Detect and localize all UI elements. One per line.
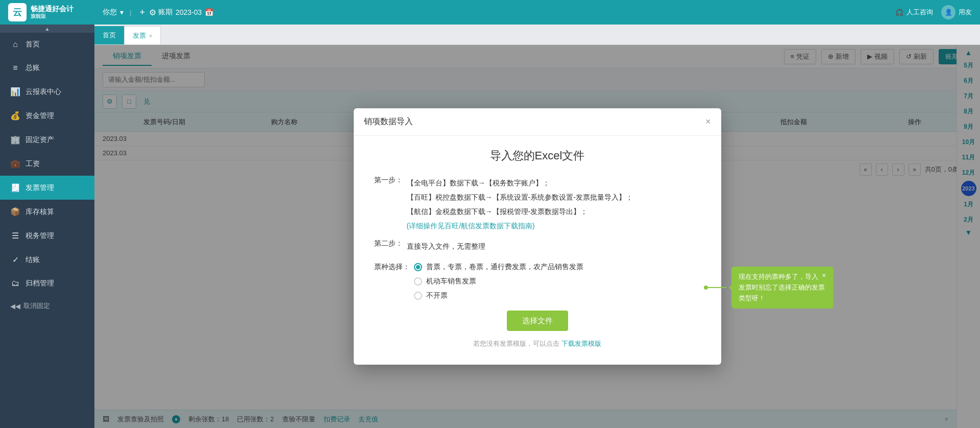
checkout-icon: ✓	[10, 255, 20, 265]
sidebar-label-checkout: 结账	[26, 255, 40, 265]
sidebar-label-ledger: 总账	[26, 63, 40, 73]
page-content: 销项发票 进项发票 ≡ 凭证 ⊕ 新增 ▶	[94, 45, 980, 428]
tab-home-label: 首页	[103, 31, 116, 40]
radio-general-label: 普票，专票，卷票，通行费发票，农产品销售发票	[426, 263, 583, 272]
user-avatar: 👤	[941, 5, 955, 19]
tooltip-balloon: × 现在支持的票种多了，导入发票时别忘了选择正确的发票类型呀！	[731, 267, 834, 308]
radio-noticket-label: 不开票	[426, 291, 448, 300]
sidebar-item-archive[interactable]: 🗂 归档管理	[0, 272, 94, 295]
ai-consult-button[interactable]: 🎧 人工咨询	[895, 8, 933, 17]
sidebar-item-salary[interactable]: 💼 工资	[0, 152, 94, 176]
sidebar-item-reports[interactable]: 📊 云报表中心	[0, 80, 94, 104]
calendar-icon[interactable]: 📅	[205, 8, 213, 16]
radio-group: 普票，专票，卷票，通行费发票，农产品销售发票 机动车销售发票 不开票	[414, 263, 583, 300]
content-area: 首页 发票 × 销项发票 进项发票	[94, 25, 980, 428]
archive-icon: 🗂	[10, 279, 20, 288]
tooltip-container: × 现在支持的票种多了，导入发票时别忘了选择正确的发票类型呀！	[731, 267, 834, 308]
company-name: 你您	[103, 8, 117, 17]
step1-row: 第一步： 【全电平台】数据下载→【税务数字账户】； 【百旺】税控盘数据下载→【系…	[374, 176, 701, 233]
radio-general-circle[interactable]	[414, 263, 422, 271]
sidebar-cancel[interactable]: ◀◀ 取消固定	[0, 295, 94, 317]
radio-noticket[interactable]: 不开票	[414, 291, 583, 300]
tooltip-line	[708, 287, 726, 288]
tooltip-close-button[interactable]: ×	[822, 272, 826, 279]
sidebar-label-invoice: 发票管理	[26, 183, 54, 193]
header-right: 🎧 人工咨询 👤 用友	[895, 5, 972, 19]
step1-line-3: 【航信】金税盘数据下载→【报税管理-发票数据导出】；	[407, 204, 633, 219]
tooltip-text: 现在支持的票种多了，导入发票时别忘了选择正确的发票类型呀！	[739, 273, 825, 302]
step1-label: 第一步：	[374, 176, 403, 185]
sidebar-label-assets: 固定资产	[26, 135, 54, 145]
download-template-link[interactable]: 下载发票模版	[561, 340, 601, 347]
modal-header: 销项数据导入 ×	[354, 108, 721, 136]
tab-home[interactable]: 首页	[94, 26, 124, 44]
step1-content: 【全电平台】数据下载→【税务数字账户】； 【百旺】税控盘数据下载→【系统设置-系…	[407, 176, 633, 233]
sidebar-item-home[interactable]: ⌂ 首页	[0, 33, 94, 56]
modal-close-button[interactable]: ×	[705, 116, 711, 127]
logo-icon: 云	[8, 3, 27, 21]
ledger-icon: ≡	[10, 63, 20, 73]
ticket-select-row: 票种选择： 普票，专票，卷票，通行费发票，农产品销售发票 机动车销售发票	[374, 263, 701, 300]
select-file-button[interactable]: 选择文件	[507, 311, 568, 331]
invoice-icon: 🧾	[10, 183, 20, 193]
add-button[interactable]: +	[139, 7, 145, 18]
main-layout: ▲ ⌂ 首页 ≡ 总账 📊 云报表中心 💰 资金管理 🏢 固定资产 💼 工资 🧾…	[0, 25, 980, 428]
step2-row: 第二步： 直接导入文件，无需整理	[374, 239, 701, 253]
tab-invoice[interactable]: 发票 ×	[124, 26, 161, 44]
radio-noticket-circle[interactable]	[414, 292, 422, 300]
sidebar-item-assets[interactable]: 🏢 固定资产	[0, 128, 94, 152]
headset-icon: 🎧	[895, 9, 903, 16]
logo-sub: 旗舰版	[31, 13, 74, 20]
step1-line-1: 【全电平台】数据下载→【税务数字账户】；	[407, 176, 633, 190]
sidebar-label-inventory: 库存核算	[26, 207, 54, 217]
sidebar-label-home: 首页	[26, 40, 40, 49]
ticket-select-label: 票种选择：	[374, 263, 410, 272]
sidebar-label-archive: 归档管理	[26, 279, 54, 288]
sidebar-item-inventory[interactable]: 📦 库存核算	[0, 200, 94, 224]
logo-text: 畅捷通好会计	[31, 5, 74, 13]
cancel-fixed-icon: ◀◀	[10, 302, 20, 310]
radio-motor[interactable]: 机动车销售发票	[414, 277, 583, 286]
modal-body: 导入您的Excel文件 第一步： 【全电平台】数据下载→【税务数字账户】； 【百…	[354, 136, 721, 365]
funds-icon: 💰	[10, 111, 20, 121]
step1-guide-link[interactable]: (详细操作见百旺/航信发票数据下载指南)	[407, 222, 535, 230]
assets-icon: 🏢	[10, 135, 20, 145]
sidebar-label-funds: 资金管理	[26, 111, 54, 121]
user-menu[interactable]: 👤 用友	[941, 5, 972, 19]
tax-icon: ☰	[10, 231, 20, 241]
salary-icon: 💼	[10, 159, 20, 169]
step2-content: 直接导入文件，无需整理	[407, 239, 485, 253]
tab-bar: 首页 发票 ×	[94, 25, 980, 45]
period-label: 账期	[158, 8, 173, 17]
sidebar-item-funds[interactable]: 💰 资金管理	[0, 104, 94, 128]
sidebar-scroll-up[interactable]: ▲	[0, 25, 94, 33]
top-header: 云 畅捷通好会计 旗舰版 你您 ▾ | + ⚙ 账期 2023-03 📅 🎧 人…	[0, 0, 980, 25]
cancel-fixed-label: 取消固定	[23, 301, 50, 311]
ai-consult-label: 人工咨询	[906, 8, 933, 17]
logo-area: 云 畅捷通好会计 旗舰版	[8, 3, 103, 21]
modal-overlay: 销项数据导入 × 导入您的Excel文件 第一步： 【全电平台】数据下载→【税务…	[94, 45, 980, 428]
header-sep: |	[130, 9, 131, 16]
radio-general[interactable]: 普票，专票，卷票，通行费发票，农产品销售发票	[414, 263, 583, 272]
sidebar-label-tax: 税务管理	[26, 231, 54, 241]
step2-label: 第二步：	[374, 239, 403, 248]
company-selector[interactable]: 你您 ▾	[103, 8, 124, 17]
sidebar: ▲ ⌂ 首页 ≡ 总账 📊 云报表中心 💰 资金管理 🏢 固定资产 💼 工资 🧾…	[0, 25, 94, 428]
tooltip-dot	[704, 286, 708, 290]
sidebar-label-reports: 云报表中心	[26, 87, 61, 97]
sidebar-item-tax[interactable]: ☰ 税务管理	[0, 224, 94, 248]
modal-main-title: 导入您的Excel文件	[374, 148, 701, 163]
period-display: 账期 2023-03 📅	[158, 8, 213, 17]
tab-invoice-close[interactable]: ×	[149, 33, 152, 39]
sidebar-label-salary: 工资	[26, 159, 40, 169]
settings-icon[interactable]: ⚙	[149, 8, 156, 17]
sidebar-item-checkout[interactable]: ✓ 结账	[0, 248, 94, 272]
reports-icon: 📊	[10, 87, 20, 97]
sidebar-item-ledger[interactable]: ≡ 总账	[0, 56, 94, 80]
sidebar-item-invoice[interactable]: 🧾 发票管理	[0, 176, 94, 200]
import-modal: 销项数据导入 × 导入您的Excel文件 第一步： 【全电平台】数据下载→【税务…	[354, 108, 721, 365]
radio-motor-circle[interactable]	[414, 277, 422, 286]
radio-motor-label: 机动车销售发票	[426, 277, 476, 286]
step1-line-2: 【百旺】税控盘数据下载→【系统设置-系统参数设置-发票批量导入】；	[407, 190, 633, 204]
user-name: 用友	[959, 8, 972, 17]
